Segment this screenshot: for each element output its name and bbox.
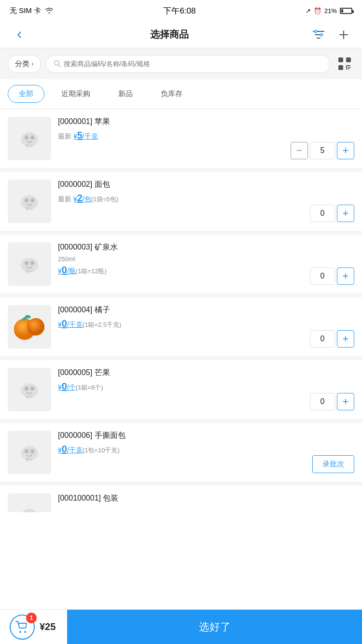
tab-new[interactable]: 新品 — [107, 85, 144, 103]
price-unit: /千克 — [67, 321, 83, 328]
filter-button[interactable] — [310, 26, 327, 43]
battery-label: 21% — [324, 7, 337, 14]
placeholder-image: 智十 — [17, 505, 42, 512]
placeholder-image: 智十 — [17, 443, 42, 462]
svg-point-56 — [21, 509, 38, 512]
price-number: 0 — [62, 318, 67, 329]
status-bar: 无 SIM 卡 下午6:08 ↗ ⏰ 21% — [0, 0, 362, 21]
svg-rect-16 — [340, 59, 342, 61]
product-image: 智十 — [8, 242, 51, 286]
batch-button[interactable]: 录批次 — [312, 455, 354, 473]
tab-negative[interactable]: 负库存 — [150, 85, 194, 103]
product-price: ¥0/千克(1包=10千克) — [58, 444, 306, 455]
svg-point-23 — [31, 137, 33, 139]
confirm-button[interactable]: 选好了 — [67, 610, 362, 644]
increase-button[interactable]: + — [337, 393, 354, 410]
price-yen: ¥ — [58, 446, 62, 454]
svg-point-53 — [26, 450, 28, 452]
svg-point-41 — [27, 318, 44, 336]
status-time: 下午6:08 — [163, 5, 195, 16]
product-spec: 250ml — [58, 255, 303, 263]
increase-button[interactable]: + — [337, 205, 354, 222]
table-row: 智十 [0000002] 面包 最新 ¥2/包(1袋=5包) + — [0, 172, 362, 231]
quantity-input[interactable] — [310, 142, 335, 159]
product-name: [0000005] 芒果 — [58, 368, 303, 378]
price-number: 0 — [62, 444, 67, 454]
product-image: 智十 — [8, 493, 51, 512]
product-info: [0000004] 橘子 ¥0/千克(1箱=2.5千克) — [58, 305, 303, 329]
quantity-input[interactable] — [310, 393, 335, 410]
price-prefix: 最新 — [58, 195, 71, 203]
svg-text:智十: 智十 — [26, 207, 33, 211]
price-number: 5 — [77, 130, 83, 140]
alarm-icon: ⏰ — [314, 7, 321, 14]
increase-button[interactable]: + — [337, 142, 354, 159]
product-image: 智十 — [8, 180, 51, 223]
product-price: ¥0/个(1箱=6个) — [58, 381, 303, 392]
product-info: [0000006] 手撕面包 ¥0/千克(1包=10千克) — [58, 431, 306, 455]
product-image — [8, 305, 51, 349]
nav-actions — [310, 26, 352, 43]
svg-point-47 — [26, 388, 28, 390]
price-number: 0 — [62, 381, 67, 392]
status-left: 无 SIM 卡 — [10, 6, 54, 15]
product-info: [000100001] 包装 — [58, 493, 354, 506]
svg-point-28 — [26, 199, 28, 201]
table-row: 智十 [000100001] 包装 — [0, 486, 362, 512]
svg-text:智十: 智十 — [26, 144, 33, 148]
search-input[interactable] — [64, 60, 323, 68]
table-row: 智十 [0000005] 芒果 ¥0/个(1箱=6个) + — [0, 360, 362, 419]
quantity-controls: − + — [291, 142, 354, 159]
cart-button[interactable]: 1 — [10, 615, 35, 640]
svg-point-22 — [26, 137, 28, 139]
price-yen: ¥ — [58, 383, 62, 391]
product-price: 最新 ¥2/包(1袋=5包) — [58, 193, 303, 204]
quantity-controls: + — [310, 393, 354, 410]
increase-button[interactable]: + — [337, 267, 354, 285]
price-unit: /瓶 — [67, 267, 76, 275]
scan-button[interactable] — [335, 54, 354, 73]
cart-section: 1 ¥25 — [0, 615, 67, 640]
chevron-right-icon: › — [31, 60, 34, 68]
price-number: 0 — [62, 265, 67, 275]
product-price: ¥0/千克(1箱=2.5千克) — [58, 318, 303, 329]
wifi-icon — [45, 7, 54, 15]
category-button[interactable]: 分类 › — [8, 55, 41, 73]
svg-point-63 — [24, 631, 26, 633]
price-yen: ¥ — [73, 195, 77, 203]
product-info: [0000005] 芒果 ¥0/个(1箱=6个) — [58, 368, 303, 392]
svg-rect-17 — [348, 59, 349, 61]
product-name: [0000002] 面包 — [58, 180, 303, 190]
bottom-bar: 1 ¥25 选好了 — [0, 609, 362, 644]
increase-button[interactable]: + — [337, 330, 354, 348]
tab-all[interactable]: 全部 — [8, 85, 44, 103]
price-yen: ¥ — [73, 132, 77, 140]
add-button[interactable] — [335, 26, 352, 43]
table-row: 智十 [0000006] 手撕面包 ¥0/千克(1包=10千克) 录批次 — [0, 423, 362, 482]
svg-text:智十: 智十 — [26, 458, 33, 462]
table-row: 智十 [0000003] 矿泉水 250ml ¥0/瓶(1箱=12瓶) + — [0, 235, 362, 294]
svg-point-35 — [31, 262, 33, 264]
battery-icon — [340, 8, 352, 14]
tab-recent[interactable]: 近期采购 — [50, 85, 101, 103]
product-image: 智十 — [8, 117, 51, 160]
quantity-controls: + — [310, 330, 354, 348]
price-unit: /个 — [67, 383, 76, 391]
location-icon: ↗ — [306, 7, 311, 14]
back-button[interactable] — [10, 25, 29, 44]
quantity-input[interactable] — [310, 330, 335, 348]
price-extra: (1箱=2.5千克) — [83, 321, 122, 328]
product-name: [000100001] 包装 — [58, 493, 354, 504]
decrease-button[interactable]: − — [291, 142, 308, 159]
svg-rect-18 — [340, 67, 342, 69]
product-name: [0000006] 手撕面包 — [58, 431, 306, 441]
svg-text:智十: 智十 — [26, 269, 33, 274]
search-box[interactable] — [46, 55, 330, 73]
category-label: 分类 — [15, 59, 29, 69]
price-extra: (1箱=6个) — [76, 384, 103, 391]
svg-point-29 — [31, 199, 33, 201]
table-row: 智十 [0000001] 苹果 最新 ¥5/千克 − + — [0, 109, 362, 168]
quantity-input[interactable] — [310, 267, 335, 285]
quantity-input[interactable] — [310, 205, 335, 222]
page-title: 选择商品 — [150, 28, 189, 41]
